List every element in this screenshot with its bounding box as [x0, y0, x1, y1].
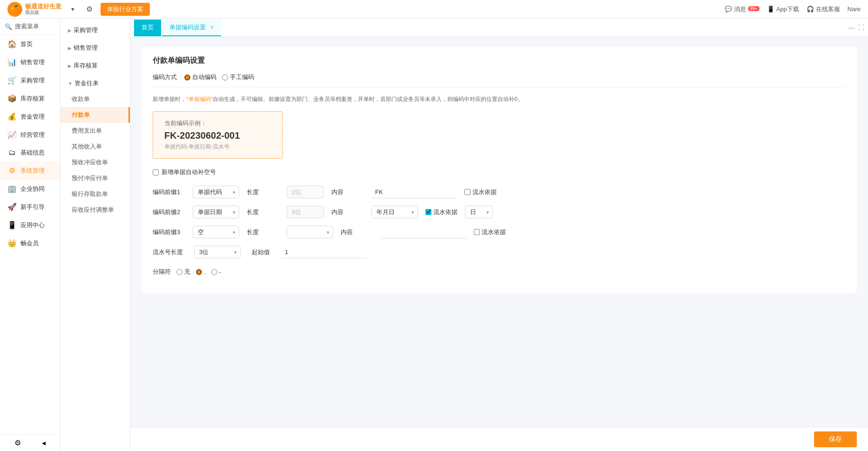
- sidebar-item-label: 资金管理: [20, 113, 45, 121]
- separator-dash-radio[interactable]: [211, 269, 217, 275]
- search-menu[interactable]: 🔍 搜索菜单: [0, 19, 60, 35]
- sidebar-item-system[interactable]: ⚙ 系统管理: [0, 162, 60, 180]
- length3-select[interactable]: 2位 4位: [287, 226, 333, 238]
- length2-label: 长度: [247, 208, 279, 216]
- submenu-finance-label: 资金往来: [74, 79, 99, 88]
- content3-input[interactable]: [381, 226, 466, 238]
- sidebar-item-label: 采购管理: [20, 76, 45, 85]
- separator-label: 分隔符: [153, 268, 171, 276]
- flow2-checkbox-label[interactable]: 流水依据: [425, 208, 458, 216]
- sidebar-item-basic[interactable]: 🗂 基础信息: [0, 144, 60, 162]
- enterprise-icon: 🏢: [7, 184, 17, 193]
- serial-length-select[interactable]: 3位 4位 5位 6位: [194, 246, 241, 258]
- separator-dot-radio[interactable]: [196, 269, 202, 275]
- bottom-collapse-icon[interactable]: ◂: [42, 438, 46, 447]
- serial-start-input[interactable]: [281, 246, 367, 258]
- user-profile[interactable]: Nare: [848, 6, 861, 13]
- flow1-checkbox-label[interactable]: 流水依据: [464, 188, 497, 196]
- separator-row: 分隔符 无 . -: [153, 268, 846, 276]
- tab-encoding-settings[interactable]: 单据编码设置 ×: [162, 20, 221, 36]
- online-service-button[interactable]: 🎧 在线客服: [807, 5, 840, 13]
- content2-select[interactable]: 年月日 年月 年: [371, 206, 418, 218]
- separator-none-radio[interactable]: [176, 269, 182, 275]
- length1-label: 长度: [247, 188, 279, 196]
- minimize-icon[interactable]: —: [848, 24, 855, 31]
- top-bar-left: 🍊 畅通道好生意 搭品版 ▾ ⚙ 体验行业方案: [7, 2, 150, 17]
- manual-encode-radio[interactable]: [222, 74, 228, 81]
- app-download-button[interactable]: 📱 App下载: [767, 5, 799, 13]
- sidebar-item-appstore[interactable]: 📱 应用中心: [0, 216, 60, 234]
- length1-input: [287, 186, 324, 198]
- encode-method-radio-group: 自动编码 手工编码: [184, 73, 254, 81]
- flow1-checkbox[interactable]: [464, 189, 471, 195]
- sidebar-item-operations[interactable]: 📈 经营管理: [0, 126, 60, 144]
- sidebar-item-sales[interactable]: 📊 销售管理: [0, 53, 60, 71]
- length3-label: 长度: [247, 228, 279, 236]
- submenu-item-prepay-pay[interactable]: 预付冲应付单: [61, 170, 130, 186]
- bottom-bar: 保存: [130, 427, 868, 451]
- submenu-item-receipt[interactable]: 收款单: [61, 91, 130, 107]
- flow3-checkbox[interactable]: [474, 229, 480, 235]
- search-icon: 🔍: [5, 23, 12, 30]
- prefix1-select[interactable]: 单据代码 部门 业务员 空: [193, 186, 239, 198]
- arrow-icon: ▶: [68, 46, 72, 51]
- prefix1-select-wrapper: 单据代码 部门 业务员 空: [193, 186, 239, 198]
- submenu-item-expense[interactable]: 费用支出单: [61, 123, 130, 139]
- sidebar-item-guide[interactable]: 🚀 新手引导: [0, 198, 60, 216]
- submenu-item-other-income[interactable]: 其他收入单: [61, 139, 130, 155]
- submenu-title-purchase[interactable]: ▶ 采购管理: [61, 22, 130, 38]
- submenu-title-inventory[interactable]: ▶ 库存核算: [61, 58, 130, 74]
- auto-encode-radio[interactable]: [184, 74, 190, 81]
- arrow-icon: ▶: [68, 28, 72, 33]
- separator-none-option[interactable]: 无: [176, 268, 190, 276]
- sidebar-item-inventory[interactable]: 📦 库存核算: [0, 89, 60, 108]
- submenu-item-receivable-adjust[interactable]: 应收应付调整单: [61, 202, 130, 218]
- expand-chevron[interactable]: ▾: [67, 4, 78, 15]
- prefix3-select[interactable]: 空 单据代码 部门: [193, 226, 239, 238]
- logo-icon: 🍊: [7, 2, 22, 17]
- bottom-settings-icon[interactable]: ⚙: [14, 438, 21, 447]
- prefix3-select-wrapper: 空 单据代码 部门: [193, 226, 239, 238]
- content1-input[interactable]: [371, 186, 457, 198]
- submenu-item-prepay-receive[interactable]: 预收冲应收单: [61, 155, 130, 170]
- auto-fill-checkbox[interactable]: [153, 169, 159, 175]
- manual-encode-option[interactable]: 手工编码: [222, 73, 254, 81]
- flow2-checkbox[interactable]: [425, 209, 431, 215]
- messages-button[interactable]: 💬 消息 99+: [725, 5, 760, 13]
- prefix2-select[interactable]: 单据日期 年月 年月日: [193, 206, 239, 218]
- industry-solution-button[interactable]: 体验行业方案: [101, 3, 150, 16]
- tab-close-icon[interactable]: ×: [210, 24, 214, 31]
- example-code-desc: 单据代码-单据日期-流水号: [164, 143, 271, 151]
- tab-home[interactable]: 首页: [134, 20, 161, 36]
- separator-dot-option[interactable]: .: [196, 269, 206, 276]
- submenu-item-bank-deposit[interactable]: 银行存取款单: [61, 186, 130, 202]
- submenu-purchase-label: 采购管理: [74, 26, 98, 34]
- app-icon: 📱: [767, 6, 774, 13]
- example-label: 当前编码示例：: [164, 119, 271, 128]
- encode-method-row: 编码方式 自动编码 手工编码: [153, 73, 846, 88]
- home-icon: 🏠: [7, 40, 17, 48]
- fullscreen-icon[interactable]: ⛶: [858, 24, 864, 31]
- content2-label: 内容: [331, 208, 364, 216]
- settings-icon[interactable]: ⚙: [84, 4, 95, 15]
- flow3-checkbox-label[interactable]: 流水依据: [474, 228, 506, 236]
- example-code-value: FK-20230602-001: [164, 130, 271, 141]
- sidebar-item-home[interactable]: 🏠 首页: [0, 35, 60, 53]
- auto-encode-option[interactable]: 自动编码: [184, 73, 216, 81]
- sidebar-item-finance[interactable]: 💰 资金管理: [0, 108, 60, 126]
- sidebar-item-purchase[interactable]: 🛒 采购管理: [0, 71, 60, 89]
- submenu-title-finance[interactable]: ▼ 资金往来: [61, 75, 130, 91]
- submenu-item-payment[interactable]: 付款单: [61, 107, 130, 123]
- sidebar-item-member[interactable]: 👑 畅会员: [0, 234, 60, 252]
- sidebar-item-enterprise[interactable]: 🏢 企业协同: [0, 180, 60, 198]
- content3-label: 内容: [341, 228, 373, 236]
- submenu-title-sales[interactable]: ▶ 销售管理: [61, 40, 130, 56]
- submenu-group-sales: ▶ 销售管理: [61, 40, 130, 56]
- logo-name: 畅通道好生意: [25, 3, 61, 10]
- flow2-day-select[interactable]: 日 月 年: [465, 206, 493, 218]
- save-button[interactable]: 保存: [814, 431, 857, 447]
- flow2-day-select-wrapper: 日 月 年: [465, 206, 493, 218]
- submenu-group-purchase: ▶ 采购管理: [61, 22, 130, 38]
- separator-dash-option[interactable]: -: [211, 269, 221, 276]
- sidebar-item-label: 企业协同: [20, 185, 45, 193]
